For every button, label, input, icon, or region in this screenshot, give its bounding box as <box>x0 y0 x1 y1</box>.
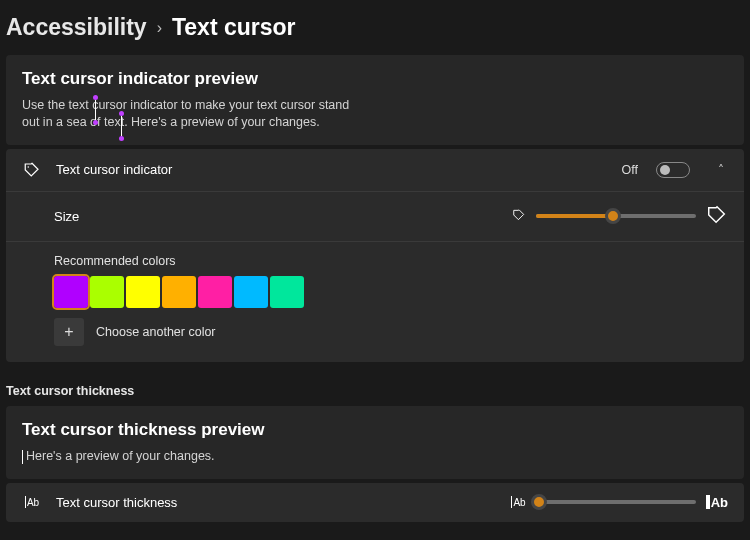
recommended-label: Recommended colors <box>54 254 728 268</box>
color-swatch[interactable] <box>234 276 268 308</box>
swatch-row <box>54 276 728 308</box>
thickness-large-icon: Ab <box>706 495 728 510</box>
thickness-panel: Ab Text cursor thickness Ab Ab <box>6 483 744 522</box>
thickness-section-label: Text cursor thickness <box>6 384 744 398</box>
tag-icon <box>22 161 42 179</box>
indicator-state-label: Off <box>622 163 638 177</box>
thickness-preview-card: Text cursor thickness preview Here's a p… <box>6 406 744 479</box>
breadcrumb: Accessibility › Text cursor <box>0 0 750 55</box>
indicator-preview-title: Text cursor indicator preview <box>22 69 728 89</box>
size-slider[interactable] <box>536 214 696 218</box>
choose-color-label[interactable]: Choose another color <box>96 325 216 339</box>
size-large-icon <box>706 204 728 229</box>
thickness-slider[interactable] <box>536 500 696 504</box>
chevron-right-icon: › <box>157 19 162 37</box>
thickness-preview-desc: Here's a preview of your changes. <box>22 448 362 465</box>
thickness-row: Ab Text cursor thickness Ab Ab <box>6 483 744 522</box>
cursor-preview-caret <box>95 100 96 120</box>
thickness-caret <box>22 450 23 464</box>
color-swatch[interactable] <box>270 276 304 308</box>
indicator-toggle[interactable] <box>656 162 690 178</box>
thickness-icon: Ab <box>22 496 42 508</box>
chevron-up-icon[interactable]: ˄ <box>714 163 728 177</box>
indicator-panel: Text cursor indicator Off ˄ Size Recomme… <box>6 149 744 362</box>
indicator-label: Text cursor indicator <box>56 162 608 177</box>
thickness-preview-title: Text cursor thickness preview <box>22 420 728 440</box>
size-row: Size <box>6 191 744 241</box>
size-small-icon <box>512 208 526 225</box>
color-swatch[interactable] <box>90 276 124 308</box>
indicator-preview-card: Text cursor indicator preview Use the te… <box>6 55 744 145</box>
cursor-preview-caret <box>121 116 122 136</box>
colors-row: Recommended colors + Choose another colo… <box>6 241 744 362</box>
thickness-label: Text cursor thickness <box>56 495 497 510</box>
add-color-button[interactable]: + <box>54 318 84 346</box>
size-label: Size <box>54 209 498 224</box>
thickness-small-icon: Ab <box>511 496 525 508</box>
svg-point-0 <box>28 166 30 168</box>
breadcrumb-current: Text cursor <box>172 14 296 41</box>
color-swatch[interactable] <box>198 276 232 308</box>
indicator-toggle-row[interactable]: Text cursor indicator Off ˄ <box>6 149 744 191</box>
breadcrumb-parent[interactable]: Accessibility <box>6 14 147 41</box>
color-swatch[interactable] <box>54 276 88 308</box>
color-swatch[interactable] <box>126 276 160 308</box>
indicator-preview-desc: Use the text cursor indicator to make yo… <box>22 97 362 131</box>
color-swatch[interactable] <box>162 276 196 308</box>
